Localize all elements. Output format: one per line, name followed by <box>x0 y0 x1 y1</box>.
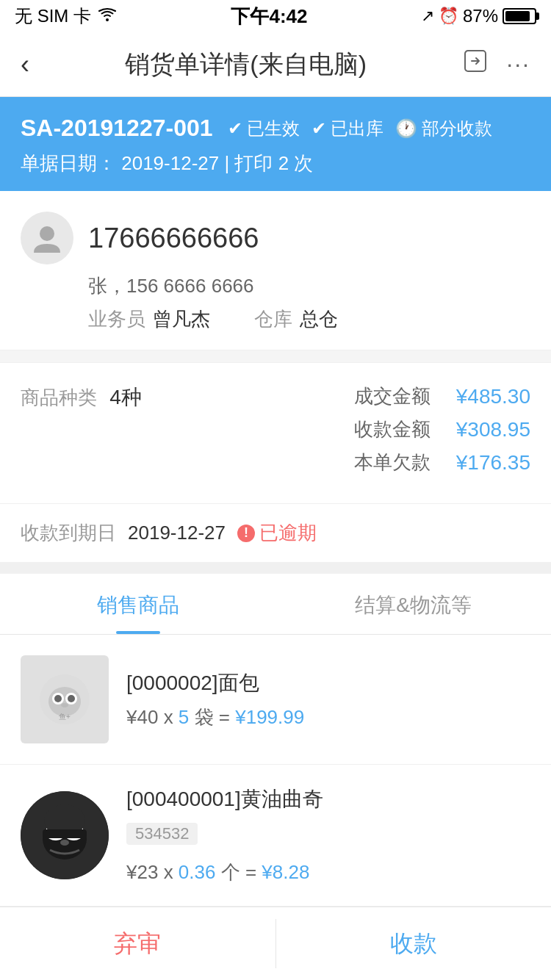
status-icons: ↗ ⏰ 87% <box>421 6 536 26</box>
alarm-icon: ⏰ <box>439 7 458 26</box>
status-time: 下午4:42 <box>231 4 307 29</box>
product-price-2: ¥23 x 0.36 个 = ¥8.28 <box>126 860 530 885</box>
deal-amount-row: 成交金额 ¥485.30 <box>354 383 530 409</box>
nav-bar: ‹ 销货单详情(来自电脑) ··· <box>0 32 551 97</box>
status-badges: ✔ 已生效 ✔ 已出库 🕐 部分收款 <box>228 117 492 140</box>
wifi-icon <box>97 6 118 26</box>
salesperson-item: 业务员 曾凡杰 <box>88 306 210 332</box>
order-header: SA-20191227-001 ✔ 已生效 ✔ 已出库 🕐 部分收款 单据日期：… <box>0 97 551 191</box>
customer-phone: 17666666666 <box>88 223 259 254</box>
due-date-section: 收款到期日 2019-12-27 ! 已逾期 <box>0 504 551 574</box>
status-bar: 无 SIM 卡 下午4:42 ↗ ⏰ 87% <box>0 0 551 32</box>
svg-point-8 <box>68 695 75 702</box>
confirm-button[interactable]: 收款 <box>276 907 552 980</box>
warehouse-value: 总仓 <box>300 306 338 332</box>
order-date: 单据日期： 2019-12-27 | 打印 2 次 <box>21 151 530 176</box>
tab-products[interactable]: 销售商品 <box>0 574 276 634</box>
bottom-bar: 弃审 收款 <box>0 907 551 980</box>
svg-point-19 <box>60 840 69 846</box>
svg-text:鱼+: 鱼+ <box>59 713 71 721</box>
product-price-1: ¥40 x 5 袋 = ¥199.99 <box>126 705 530 730</box>
owed-amount: ¥176.35 <box>442 451 530 475</box>
received-amount: ¥308.95 <box>442 418 530 442</box>
customer-avatar <box>21 212 73 264</box>
product-name-1: [0000002]面包 <box>126 669 530 697</box>
product-info-1: [0000002]面包 ¥40 x 5 袋 = ¥199.99 <box>126 669 530 730</box>
summary-category: 商品种类 4种 <box>21 383 142 411</box>
share-icon[interactable] <box>462 48 489 81</box>
check-icon-1: ✔ <box>228 118 242 139</box>
more-icon[interactable]: ··· <box>506 51 530 78</box>
svg-point-7 <box>54 695 62 702</box>
customer-name-phone: 张，156 6666 6666 <box>88 273 530 299</box>
customer-section: 17666666666 张，156 6666 6666 业务员 曾凡杰 仓库 总… <box>0 191 551 350</box>
svg-point-2 <box>40 226 54 241</box>
svg-point-0 <box>106 18 109 21</box>
warehouse-item: 仓库 总仓 <box>254 306 338 332</box>
list-item: 鱼+ [0000002]面包 ¥40 x 5 袋 = ¥199.99 <box>0 635 551 765</box>
product-tag-2: 534532 <box>126 823 198 845</box>
list-item: [000400001]黄油曲奇 534532 ¥23 x 0.36 个 = ¥8… <box>0 765 551 907</box>
clock-icon: 🕐 <box>395 118 417 139</box>
product-name-2: [000400001]黄油曲奇 <box>126 785 530 813</box>
tab-settlement[interactable]: 结算&物流等 <box>276 574 551 634</box>
overdue-dot-icon: ! <box>237 525 255 542</box>
status-effective: ✔ 已生效 <box>228 117 300 140</box>
status-carrier: 无 SIM 卡 <box>15 4 118 28</box>
page-title: 销货单详情(来自电脑) <box>125 48 367 82</box>
location-icon: ↗ <box>421 7 434 26</box>
product-thumbnail-1: 鱼+ <box>21 655 109 743</box>
summary-section: 商品种类 4种 成交金额 ¥485.30 收款金额 ¥308.95 本单欠款 ¥… <box>0 362 551 504</box>
product-thumbnail-2 <box>21 791 109 879</box>
battery-icon <box>503 8 536 24</box>
owed-row: 本单欠款 ¥176.35 <box>354 450 530 475</box>
svg-rect-21 <box>43 829 87 838</box>
nav-actions: ··· <box>462 48 530 81</box>
products-section: 鱼+ [0000002]面包 ¥40 x 5 袋 = ¥199.99 <box>0 635 551 907</box>
status-shipped: ✔ 已出库 <box>311 117 383 140</box>
battery-percent: 87% <box>463 6 498 26</box>
deal-amount: ¥485.30 <box>442 385 530 408</box>
summary-amounts: 成交金额 ¥485.30 收款金额 ¥308.95 本单欠款 ¥176.35 <box>354 383 530 483</box>
svg-point-9 <box>61 703 68 707</box>
salesperson-value: 曾凡杰 <box>153 306 210 332</box>
check-icon-2: ✔ <box>311 118 326 139</box>
tabs-section: 销售商品 结算&物流等 <box>0 574 551 635</box>
customer-meta: 业务员 曾凡杰 仓库 总仓 <box>88 306 530 332</box>
received-row: 收款金额 ¥308.95 <box>354 417 530 442</box>
back-button[interactable]: ‹ <box>21 49 29 80</box>
order-id: SA-20191227-001 <box>21 115 213 142</box>
carrier-text: 无 SIM 卡 <box>15 4 91 28</box>
overdue-badge: ! 已逾期 <box>237 520 317 546</box>
status-partial: 🕐 部分收款 <box>395 117 492 140</box>
product-info-2: [000400001]黄油曲奇 534532 ¥23 x 0.36 个 = ¥8… <box>126 785 530 885</box>
cancel-button[interactable]: 弃审 <box>0 907 276 980</box>
